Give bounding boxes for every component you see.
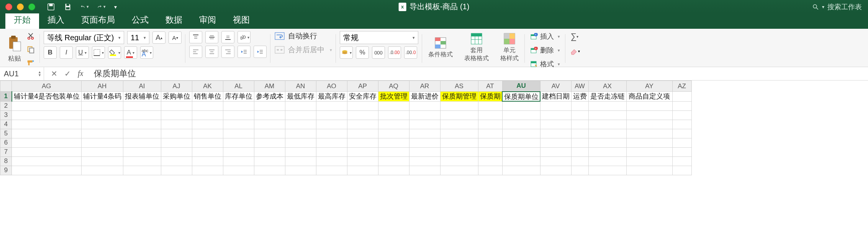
cell-AQ2[interactable]: [378, 101, 409, 110]
cell-AY3[interactable]: [626, 110, 672, 120]
clear-button[interactable]: ▾: [569, 46, 580, 56]
cell-AV4[interactable]: [540, 120, 571, 129]
cell-AU9[interactable]: [502, 166, 540, 175]
cell-AJ2[interactable]: [161, 101, 192, 110]
cell-AJ3[interactable]: [161, 110, 192, 120]
cell-AP3[interactable]: [347, 110, 378, 120]
cell-AM1[interactable]: 参考成本: [254, 92, 285, 102]
cell-AQ3[interactable]: [378, 110, 409, 120]
cell-AK2[interactable]: [192, 101, 223, 110]
cell-AO9[interactable]: [316, 166, 347, 175]
cell-AQ1[interactable]: 批次管理: [378, 92, 409, 102]
cell-AJ8[interactable]: [161, 156, 192, 166]
spreadsheet-grid[interactable]: AGAHAIAJAKALAMANAOAPAQARASATAUAVAWAXAYAZ…: [0, 81, 868, 175]
format-cells-button[interactable]: 格式▾: [529, 59, 562, 69]
cell-AZ9[interactable]: [672, 166, 691, 175]
cell-AN9[interactable]: [285, 166, 316, 175]
format-painter-button[interactable]: [25, 57, 36, 68]
cell-AY1[interactable]: 商品自定义项: [626, 92, 672, 102]
cell-AV8[interactable]: [540, 156, 571, 166]
increase-decimal-button[interactable]: .0.00: [388, 46, 401, 59]
cell-AU2[interactable]: [502, 101, 540, 110]
cell-AS1[interactable]: 保质期管理: [440, 92, 478, 102]
column-header-AT[interactable]: AT: [478, 81, 502, 92]
cell-AT5[interactable]: [478, 129, 502, 138]
cell-AS2[interactable]: [440, 101, 478, 110]
cell-AJ7[interactable]: [161, 147, 192, 156]
cell-AY2[interactable]: [626, 101, 672, 110]
row-header-5[interactable]: 5: [0, 129, 12, 138]
bold-button[interactable]: B: [44, 46, 57, 59]
font-size-select[interactable]: 11 ▾: [127, 31, 149, 44]
phonetic-button[interactable]: abcA: [140, 46, 153, 59]
column-header-AW[interactable]: AW: [571, 81, 588, 92]
cell-AG4[interactable]: [12, 120, 82, 129]
cell-AR6[interactable]: [409, 138, 440, 147]
column-header-AY[interactable]: AY: [626, 81, 672, 92]
cell-AZ6[interactable]: [672, 138, 691, 147]
cell-AR4[interactable]: [409, 120, 440, 129]
column-header-AP[interactable]: AP: [347, 81, 378, 92]
tab-公式[interactable]: 公式: [123, 11, 157, 29]
cell-AQ7[interactable]: [378, 147, 409, 156]
cell-AU5[interactable]: [502, 129, 540, 138]
cell-AR5[interactable]: [409, 129, 440, 138]
tab-开始[interactable]: 开始: [5, 11, 39, 29]
cell-AZ3[interactable]: [672, 110, 691, 120]
cell-AN5[interactable]: [285, 129, 316, 138]
cell-AP8[interactable]: [347, 156, 378, 166]
orientation-button[interactable]: ab: [237, 31, 251, 43]
cell-AO8[interactable]: [316, 156, 347, 166]
cell-AM6[interactable]: [254, 138, 285, 147]
cell-AG8[interactable]: [12, 156, 82, 166]
cell-AH9[interactable]: [81, 166, 123, 175]
cell-AI6[interactable]: [123, 138, 161, 147]
cell-AP9[interactable]: [347, 166, 378, 175]
cell-AS8[interactable]: [440, 156, 478, 166]
cell-AG2[interactable]: [12, 101, 82, 110]
column-header-AR[interactable]: AR: [409, 81, 440, 92]
column-header-AK[interactable]: AK: [192, 81, 223, 92]
cell-AM4[interactable]: [254, 120, 285, 129]
column-header-AN[interactable]: AN: [285, 81, 316, 92]
cell-AZ8[interactable]: [672, 156, 691, 166]
cell-AP1[interactable]: 安全库存: [347, 92, 378, 102]
increase-indent-button[interactable]: [254, 46, 267, 58]
cell-AI8[interactable]: [123, 156, 161, 166]
row-header-3[interactable]: 3: [0, 110, 12, 120]
currency-button[interactable]: [340, 46, 353, 59]
cell-AK6[interactable]: [192, 138, 223, 147]
align-middle-button[interactable]: [205, 31, 218, 43]
cell-AZ4[interactable]: [672, 120, 691, 129]
cell-AH7[interactable]: [81, 147, 123, 156]
cell-AJ9[interactable]: [161, 166, 192, 175]
cell-AL6[interactable]: [223, 138, 254, 147]
cell-AZ5[interactable]: [672, 129, 691, 138]
accept-formula-icon[interactable]: ✓: [64, 69, 71, 78]
window-close-button[interactable]: [5, 3, 12, 10]
cell-AP6[interactable]: [347, 138, 378, 147]
paste-button[interactable]: [7, 35, 22, 52]
cell-AH5[interactable]: [81, 129, 123, 138]
cell-AT7[interactable]: [478, 147, 502, 156]
align-top-button[interactable]: [189, 31, 202, 43]
conditional-format-button[interactable]: 条件格式: [426, 35, 455, 59]
cell-AG9[interactable]: [12, 166, 82, 175]
column-header-AI[interactable]: AI: [123, 81, 161, 92]
cell-AW7[interactable]: [571, 147, 588, 156]
borders-button[interactable]: [92, 46, 105, 59]
window-maximize-button[interactable]: [28, 3, 35, 10]
comma-style-button[interactable]: 000: [372, 46, 385, 59]
row-header-1[interactable]: 1: [0, 92, 12, 102]
cell-AV6[interactable]: [540, 138, 571, 147]
cell-AQ6[interactable]: [378, 138, 409, 147]
cell-AW9[interactable]: [571, 166, 588, 175]
cell-AG6[interactable]: [12, 138, 82, 147]
cell-AQ4[interactable]: [378, 120, 409, 129]
cell-AW4[interactable]: [571, 120, 588, 129]
cell-AV5[interactable]: [540, 129, 571, 138]
tab-数据[interactable]: 数据: [157, 11, 191, 29]
cell-AX8[interactable]: [588, 156, 626, 166]
cell-AP2[interactable]: [347, 101, 378, 110]
tab-审阅[interactable]: 审阅: [191, 11, 224, 29]
